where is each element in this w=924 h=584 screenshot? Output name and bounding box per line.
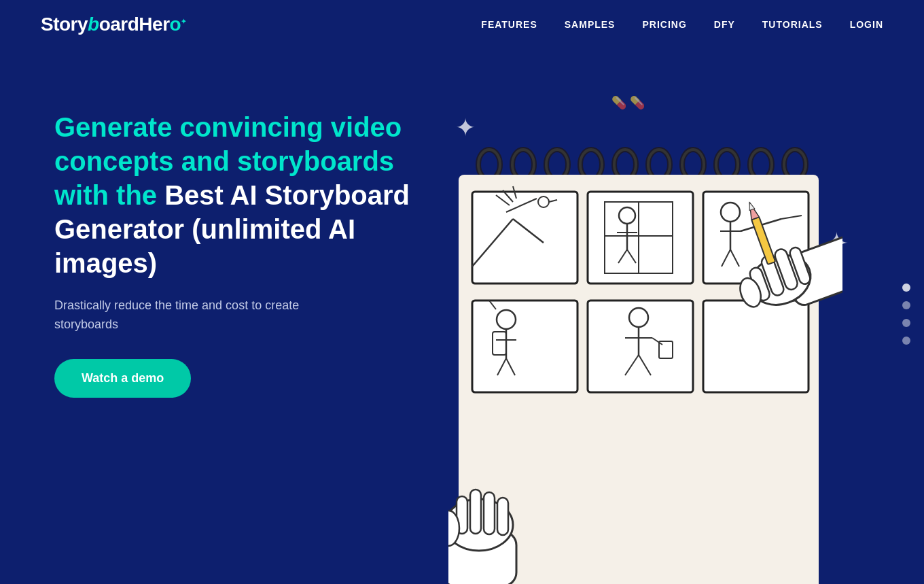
svg-rect-70	[470, 489, 481, 534]
nav-item-login[interactable]: LOGIN	[850, 18, 883, 31]
hero-section: Generate convincing video concepts and s…	[0, 49, 924, 579]
frame-2	[588, 192, 693, 284]
main-nav: StoryboardHero✦ FEATURES SAMPLES PRICING…	[0, 0, 924, 49]
nav-link-pricing[interactable]: PRICING	[642, 19, 686, 30]
hand-holding	[448, 489, 516, 584]
nav-links: FEATURES SAMPLES PRICING DFY TUTORIALS L…	[481, 18, 883, 31]
side-dot-1[interactable]	[902, 284, 910, 292]
side-dot-4[interactable]	[902, 337, 910, 345]
side-dot-2[interactable]	[902, 301, 910, 309]
nav-item-dfy[interactable]: DFY	[714, 18, 735, 31]
hero-left: Generate convincing video concepts and s…	[54, 90, 448, 398]
frame-5	[588, 300, 693, 392]
side-dots-nav	[902, 284, 910, 345]
hero-subtext: Drastically reduce the time and cost to …	[54, 296, 353, 334]
watch-demo-button[interactable]: Watch a demo	[54, 359, 191, 398]
nav-link-login[interactable]: LOGIN	[850, 19, 883, 30]
hero-right: ✦ 💊 💊 ✦ ✦	[448, 90, 870, 579]
logo-dot-icon: ✦	[181, 18, 186, 25]
storyboard-svg	[448, 131, 842, 584]
side-dot-3[interactable]	[902, 319, 910, 327]
nav-link-dfy[interactable]: DFY	[714, 19, 735, 30]
nav-link-features[interactable]: FEATURES	[481, 19, 537, 30]
nav-link-samples[interactable]: SAMPLES	[565, 19, 616, 30]
hero-heading: Generate convincing video concepts and s…	[54, 110, 448, 280]
nav-item-features[interactable]: FEATURES	[481, 18, 537, 31]
frame-4	[472, 300, 578, 392]
nav-item-tutorials[interactable]: TUTORIALS	[762, 18, 823, 31]
logo-accent: b	[88, 14, 99, 35]
nav-item-samples[interactable]: SAMPLES	[565, 18, 616, 31]
nav-item-pricing[interactable]: PRICING	[642, 18, 686, 31]
logo-o: o	[170, 14, 181, 35]
svg-rect-72	[497, 498, 508, 535]
storyboard-illustration	[448, 131, 856, 584]
frame-6	[703, 300, 808, 392]
svg-rect-71	[484, 492, 495, 534]
pills-icon: 💊 💊	[611, 95, 645, 110]
logo[interactable]: StoryboardHero✦	[41, 14, 186, 35]
frame-1	[472, 192, 578, 284]
nav-link-tutorials[interactable]: TUTORIALS	[762, 19, 823, 30]
